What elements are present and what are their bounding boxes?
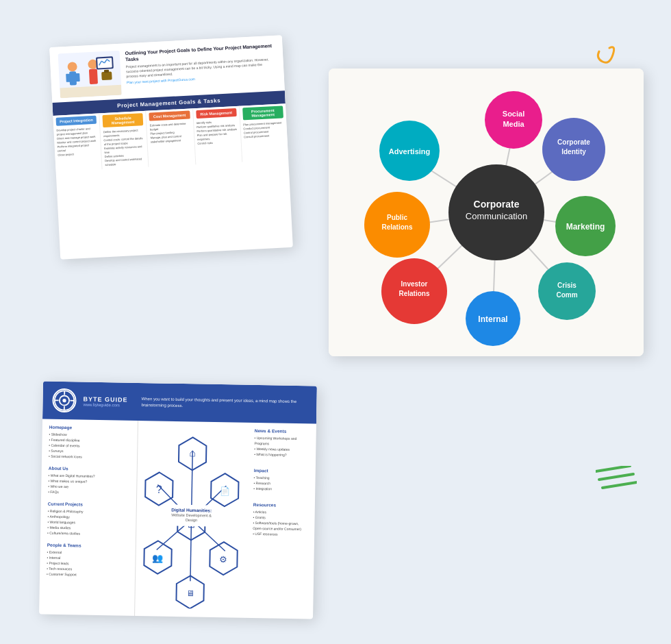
svg-text:Social: Social [503, 110, 524, 118]
project-management-document: Outlining Your Project Goals to Define Y… [49, 35, 293, 259]
byteguide-section-aboutus: About Us • What are Digital Humanities?•… [48, 466, 130, 496]
svg-text:Corporate: Corporate [474, 199, 520, 210]
svg-text:Communication: Communication [466, 211, 527, 221]
byteguide-header-desc: When you want to build your thoughts and… [141, 396, 307, 411]
svg-line-1 [599, 474, 633, 480]
svg-rect-10 [101, 71, 112, 80]
green-lines-decoration [596, 466, 630, 493]
svg-text:Corporate: Corporate [557, 138, 590, 146]
section-title-people: People & Teams [47, 543, 129, 549]
byteguide-document: BYTE GUIDE www.byteguide.com When you wa… [39, 382, 317, 619]
svg-point-53 [62, 399, 66, 402]
col-header-schedule: Schedule Management [103, 113, 144, 127]
svg-text:📄: 📄 [220, 486, 230, 496]
byteguide-logo-icon [52, 388, 77, 413]
byteguide-section-news: News & Events • Upcoming Workshops and P… [254, 428, 309, 458]
section-title-resources: Resources [253, 502, 308, 508]
svg-line-0 [596, 466, 630, 471]
byteguide-section-homepage: Homepage • Slideshow• Featured disciplin… [49, 425, 131, 460]
mindmap-document: Social Media Corporate Identity Marketin… [329, 69, 644, 356]
section-items-resources: • Articles• Grants• Software/tools (home… [253, 509, 308, 537]
svg-text:Crisis: Crisis [557, 282, 577, 289]
byteguide-section-resources: Resources • Articles• Grants• Software/t… [253, 502, 308, 537]
svg-text:👥: 👥 [152, 552, 164, 564]
svg-text:⌂: ⌂ [189, 447, 196, 458]
col-header-procurement: Procurement Management [242, 106, 283, 120]
section-title-news: News & Events [255, 428, 309, 434]
svg-text:Marketing: Marketing [566, 222, 605, 232]
col-header-integration: Project Integration [56, 116, 97, 126]
svg-text:Identity: Identity [561, 148, 586, 156]
svg-point-4 [67, 62, 77, 72]
byteguide-brand-name: BYTE GUIDE [83, 395, 127, 403]
byteguide-left-panel: Homepage • Slideshow• Featured disciplin… [39, 419, 138, 616]
project-illustration [58, 51, 122, 99]
byteguide-body: Homepage • Slideshow• Featured disciplin… [39, 419, 316, 619]
svg-rect-3 [60, 85, 122, 99]
center-hex-sub: Website Development & Design [165, 513, 217, 524]
section-title-aboutus: About Us [49, 466, 130, 472]
byteguide-section-people: People & Teams • External• Internal• Pro… [47, 543, 129, 578]
svg-text:⚙: ⚙ [219, 554, 227, 565]
col-header-risk: Risk Management [196, 108, 237, 119]
svg-rect-9 [89, 69, 98, 85]
svg-text:Relations: Relations [381, 223, 412, 231]
svg-rect-5 [69, 71, 77, 85]
project-columns: Project Integration Develop project char… [53, 103, 288, 172]
byteguide-header: BYTE GUIDE www.byteguide.com When you wa… [42, 382, 317, 424]
svg-text:Advertising: Advertising [389, 147, 431, 156]
svg-rect-11 [104, 70, 109, 73]
mindmap-container: Social Media Corporate Identity Marketin… [329, 69, 644, 356]
section-items-people: • External• Internal• Project leads• Tec… [47, 549, 129, 578]
byteguide-hex-diagram: ⌂ ? 📄 ⊞ 👥 ⚙ [135, 421, 248, 618]
byteguide-brand-url: www.byteguide.com [83, 402, 127, 407]
svg-text:Investor: Investor [401, 280, 428, 288]
svg-text:Internal: Internal [478, 314, 507, 324]
svg-text:Public: Public [387, 214, 407, 221]
svg-text:Relations: Relations [398, 290, 429, 297]
byteguide-section-impact: Impact • Teaching• Research• Integration [253, 468, 309, 492]
section-items-projects: • Religion & Philosophy• Anthropology• W… [47, 508, 129, 537]
section-title-projects: Current Projects [48, 501, 129, 508]
svg-text:Comm: Comm [556, 291, 577, 299]
byteguide-section-projects: Current Projects • Religion & Philosophy… [47, 501, 129, 537]
svg-rect-7 [75, 73, 80, 82]
byteguide-brand: BYTE GUIDE www.byteguide.com [83, 395, 127, 407]
section-title-impact: Impact [254, 468, 309, 473]
byteguide-right-area: ⌂ ? 📄 ⊞ 👥 ⚙ [135, 421, 316, 619]
section-items-news: • Upcoming Workshops and Programs• Weekl… [254, 435, 309, 458]
svg-text:?: ? [156, 483, 162, 495]
svg-text:Media: Media [503, 120, 524, 128]
byteguide-right-sections: News & Events • Upcoming Workshops and P… [244, 423, 316, 619]
section-title-homepage: Homepage [49, 425, 131, 431]
section-items-impact: • Teaching• Research• Integration [253, 475, 308, 492]
svg-rect-6 [66, 74, 71, 82]
section-items-homepage: • Slideshow• Featured discipline• Calend… [49, 432, 131, 460]
svg-text:🖥: 🖥 [186, 589, 194, 598]
section-items-aboutus: • What are Digital Humanities?• What mak… [48, 473, 130, 496]
svg-line-2 [603, 482, 637, 488]
col-header-cost: Cost Management [149, 111, 190, 121]
